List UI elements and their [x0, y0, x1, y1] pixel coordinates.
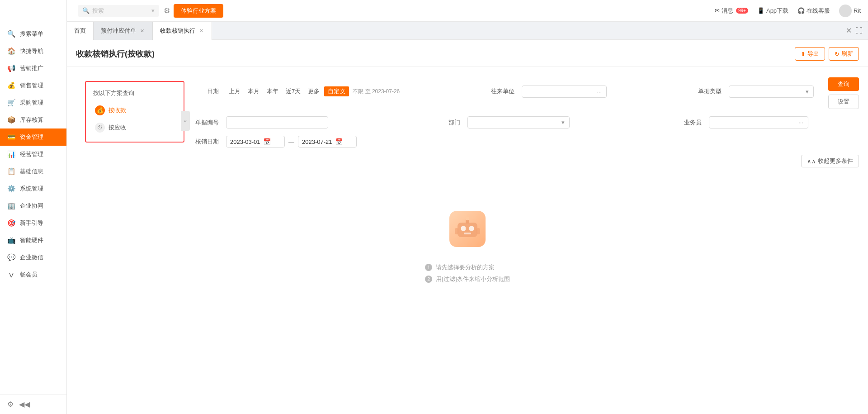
tab-label-receivable-writeoff: 收款核销执行 [160, 27, 195, 35]
date-shortcut-custom[interactable]: 自定义 [324, 86, 349, 96]
sidebar-collapse-icon[interactable]: ◀◀ [19, 400, 30, 409]
sidebar-item-marketing[interactable]: 📢 营销推广 [0, 60, 66, 77]
receipt-icon: 💰 [95, 105, 105, 115]
tab-receivable-writeoff[interactable]: 收款核销执行✕ [153, 22, 212, 40]
settings-button[interactable]: 设置 [828, 95, 859, 109]
sidebar-item-sales-mgmt[interactable]: 💰 销售管理 [0, 77, 66, 94]
date-no-limit: 不限 至 2023-07-26 [353, 88, 400, 95]
date-shortcut-more[interactable]: 更多 [305, 86, 322, 96]
sidebar-label-wecom: 企业微信 [20, 253, 43, 262]
writeoff-start-date-input[interactable]: 2023-03-01 📅 [226, 136, 285, 148]
collapse-up-icon: ∧∧ [807, 158, 816, 165]
messages-button[interactable]: ✉ 消息 99+ [715, 7, 748, 15]
sidebar-label-marketing: 营销推广 [20, 64, 43, 72]
tab-prepay-conflict[interactable]: 预付冲应付单✕ [94, 22, 153, 40]
close-all-icon[interactable]: ✕ [846, 26, 852, 35]
svg-rect-0 [458, 223, 477, 237]
enterprise-icon: 🏢 [7, 202, 15, 210]
svg-rect-6 [455, 228, 458, 234]
writeoff-end-date: 2023-07-21 [302, 138, 332, 145]
sales-mgmt-icon: 💰 [7, 81, 15, 90]
sidebar-item-purchase-mgmt[interactable]: 🛒 采购管理 [0, 94, 66, 111]
sidebar-footer: ⚙ ◀◀ [0, 394, 66, 414]
date-shortcut-this-month[interactable]: 本月 [245, 86, 262, 96]
sidebar-label-purchase-mgmt: 采购管理 [20, 99, 43, 107]
svg-rect-3 [464, 233, 471, 234]
staff-select[interactable]: ··· [709, 116, 808, 128]
calendar-start-icon[interactable]: 📅 [263, 138, 271, 145]
sidebar-item-biz-mgmt[interactable]: 📊 经营管理 [0, 146, 66, 163]
sidebar-item-smart-hw[interactable]: 📺 智能硬件 [0, 232, 66, 249]
avatar [839, 5, 852, 17]
staff-label: 业务员 [676, 119, 702, 127]
date-shortcut-this-year[interactable]: 本年 [264, 86, 281, 96]
writeoff-end-date-input[interactable]: 2023-07-21 📅 [298, 136, 357, 148]
sidebar-item-search-menu[interactable]: 🔍 搜索菜单 [0, 25, 66, 43]
app-download-button[interactable]: 📱 App下载 [757, 7, 788, 15]
svg-rect-7 [476, 228, 480, 234]
industry-solution-button[interactable]: 体验行业方案 [174, 4, 223, 18]
writeoff-start-date: 2023-03-01 [230, 138, 260, 145]
filter-option-by-receipt[interactable]: 💰 按收款 [86, 102, 184, 119]
main-content: 收款核销执行(按收款) ⬆ 导出 ↻ 刷新 按以下方案查询 💰 [67, 40, 868, 414]
writeoff-date-range: 2023-03-01 📅 — 2023-07-21 📅 [226, 136, 357, 148]
tab-home[interactable]: 首页 [67, 22, 94, 40]
gear-icon[interactable]: ⚙ [164, 6, 170, 15]
sidebar-item-fund-mgmt[interactable]: 💳 资金管理 [0, 128, 66, 146]
sidebar-item-basic-info[interactable]: 📋 基础信息 [0, 163, 66, 180]
online-service-button[interactable]: 🎧 在线客服 [797, 7, 830, 15]
sidebar-item-wecom[interactable]: 💬 企业微信 [0, 249, 66, 266]
sidebar-item-quick-nav[interactable]: 🏠 快捷导航 [0, 43, 66, 60]
maximize-icon[interactable]: ⛶ [855, 27, 863, 35]
fund-mgmt-icon: 💳 [7, 133, 15, 141]
marketing-icon: 📢 [7, 64, 15, 72]
sidebar-item-enterprise[interactable]: 🏢 企业协同 [0, 197, 66, 214]
sidebar-item-guide[interactable]: 🎯 新手引导 [0, 214, 66, 232]
sidebar-label-basic-info: 基础信息 [20, 167, 43, 176]
filter-sidebar-collapse-button[interactable]: « [181, 111, 190, 131]
doc-no-input[interactable] [226, 116, 328, 128]
refresh-button[interactable]: ↻ 刷新 [829, 47, 859, 61]
query-button[interactable]: 查询 [828, 77, 859, 91]
filter-option-by-receivable[interactable]: ⏱ 按应收 [86, 119, 184, 136]
dept-select[interactable]: ▾ [467, 116, 570, 128]
search-placeholder: 搜索 [92, 7, 104, 15]
empty-tip-1: 1 请先选择要分析的方案 [425, 262, 509, 273]
tip-number-2: 2 [425, 276, 432, 283]
sidebar: 🔍 搜索菜单 🏠 快捷导航 📢 营销推广 💰 销售管理 🛒 采购管理 📦 库存核… [0, 0, 67, 414]
wecom-icon: 💬 [7, 253, 15, 262]
inventory-icon: 📦 [7, 116, 15, 124]
calendar-end-icon[interactable]: 📅 [335, 138, 343, 145]
biz-mgmt-icon: 📊 [7, 150, 15, 158]
sidebar-item-system-mgmt[interactable]: ⚙️ 系统管理 [0, 180, 66, 197]
search-menu-icon: 🔍 [7, 30, 15, 38]
sidebar-item-member[interactable]: V 畅会员 [0, 266, 66, 283]
tab-bar-right: ✕ ⛶ [846, 26, 868, 35]
empty-tips: 1 请先选择要分析的方案 2 用[过滤]条件来缩小分析范围 [425, 262, 509, 285]
tab-close-prepay-conflict[interactable]: ✕ [139, 28, 145, 34]
date-shortcut-7days[interactable]: 近7天 [283, 86, 303, 96]
collapse-conditions-button[interactable]: ∧∧ 收起更多条件 [801, 155, 859, 167]
header-search-bar[interactable]: 🔍 搜索 ▾ [78, 5, 159, 17]
search-icon: 🔍 [82, 7, 90, 14]
tab-close-receivable-writeoff[interactable]: ✕ [198, 28, 204, 34]
settings-gear-icon[interactable]: ⚙ [7, 400, 14, 409]
svg-rect-1 [461, 226, 466, 231]
date-shortcut-last-month[interactable]: 上月 [226, 86, 243, 96]
export-button[interactable]: ⬆ 导出 [795, 47, 825, 61]
counterparty-select[interactable]: ··· [522, 86, 607, 98]
sidebar-item-inventory[interactable]: 📦 库存核算 [0, 111, 66, 128]
counterparty-label: 往来单位 [489, 87, 514, 95]
header-right-area: ✉ 消息 99+ 📱 App下载 🎧 在线客服 Rit [715, 5, 861, 17]
user-profile-button[interactable]: Rit [839, 5, 861, 17]
filter-sidebar: 按以下方案查询 💰 按收款 ⏱ 按应收 [85, 81, 184, 143]
purchase-mgmt-icon: 🛒 [7, 99, 15, 107]
username-label: Rit [854, 7, 861, 14]
sidebar-label-search-menu: 搜索菜单 [20, 30, 43, 38]
headset-icon: 🎧 [797, 7, 805, 14]
filter-panel: 按以下方案查询 💰 按收款 ⏱ 按应收 « 日期 [67, 67, 868, 175]
filter-actions: 查询 设置 [828, 74, 859, 109]
svg-point-5 [466, 217, 469, 220]
doc-type-select[interactable]: ▾ [729, 86, 814, 98]
top-header: 兔 畅捷通好生意 标准版 🔍 搜索 ▾ ⚙ 体验行业方案 ✉ 消息 99+ 📱 … [0, 0, 868, 22]
